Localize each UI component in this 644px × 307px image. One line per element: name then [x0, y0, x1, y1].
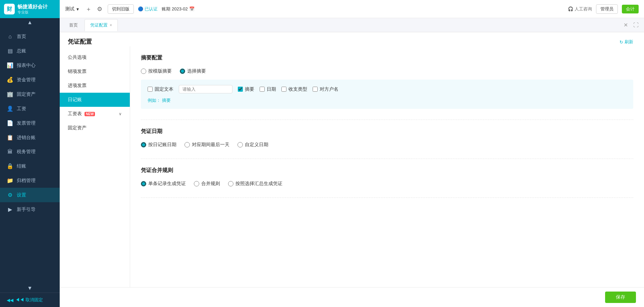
sidebar-item-label: 总账 — [17, 48, 26, 54]
sidebar-nav: ⌂ 首页 ▤ 总账 📊 报表中心 💰 资金管理 🏢 固定资产 👤 工资 📄 发票… — [0, 27, 60, 284]
counterpart-checkbox[interactable] — [313, 87, 318, 92]
sidebar-item-label: 首页 — [17, 34, 26, 40]
merge-radio-select[interactable]: 按照选择汇总生成凭证 — [228, 181, 282, 187]
sidebar-item-close[interactable]: 🔒 结账 — [0, 159, 60, 173]
pin-icon: ◀◀ — [7, 298, 13, 303]
sidebar-item-ledger[interactable]: ▤ 总账 — [0, 44, 60, 58]
date-radio-group: 按日记账日期 对应期间最后一天 自定义日期 — [141, 142, 633, 148]
sidebar-item-archive[interactable]: 📁 归档管理 — [0, 173, 60, 188]
fullscreen-button[interactable]: ⛶ — [632, 21, 640, 30]
summary-radio-template[interactable]: 按模版摘要 — [141, 68, 172, 74]
cancel-pin-button[interactable]: ◀◀ ◀◀ 取消固定 — [0, 293, 60, 307]
sidebar-item-payroll[interactable]: 👤 工资 — [0, 101, 60, 116]
settings-icon: ⚙ — [7, 192, 13, 198]
merge-rule-radio[interactable] — [194, 181, 199, 186]
sidebar-item-label: 报表中心 — [17, 62, 36, 69]
summary-checkbox-item[interactable]: 摘要 — [238, 86, 254, 92]
period-display: 账期 2023-02 📅 — [162, 6, 195, 12]
sidebar-item-label: 工资 — [17, 106, 26, 112]
left-nav-sales-invoice[interactable]: 销项发票 — [60, 64, 130, 79]
date-radio-period-last[interactable]: 对应期间最后一天 — [184, 142, 229, 148]
tab-voucher-config[interactable]: 凭证配置 × — [85, 19, 118, 31]
date-diary-radio[interactable] — [141, 142, 146, 147]
merge-radio-rule[interactable]: 合并规则 — [194, 181, 220, 187]
left-nav-purchase-invoice[interactable]: 进项发票 — [60, 79, 130, 93]
logo-icon: 财 — [4, 4, 15, 14]
app-logo: 财 畅捷通好会计 专业版 — [0, 0, 60, 18]
left-nav-public[interactable]: 公共选项 — [60, 50, 130, 64]
tab-close-icon[interactable]: × — [110, 23, 112, 27]
summary-select-label: 选择摘要 — [187, 68, 206, 74]
sidebar-scroll-up[interactable]: ▲ — [0, 18, 60, 27]
merge-radio-group: 单条记录生成凭证 合并规则 按照选择汇总生成凭证 — [141, 181, 633, 187]
merge-section-title: 凭证合并规则 — [141, 167, 633, 174]
sidebar-item-tax[interactable]: 🏛 税务管理 — [0, 145, 60, 159]
headset-icon: 🎧 — [568, 6, 573, 11]
merge-single-radio[interactable] — [141, 181, 146, 186]
date-checkbox[interactable] — [260, 87, 265, 92]
left-nav-fixed-assets[interactable]: 固定资产 — [60, 121, 130, 135]
summary-radio-select[interactable]: 选择摘要 — [180, 68, 206, 74]
company-name: 测试 — [65, 6, 74, 12]
date-radio-custom[interactable]: 自定义日期 — [237, 142, 268, 148]
summary-template-radio[interactable] — [141, 69, 146, 74]
company-selector[interactable]: 测试 ▾ — [65, 6, 79, 12]
sidebar: 财 畅捷通好会计 专业版 ▲ ⌂ 首页 ▤ 总账 📊 报表中心 💰 资金管理 🏢… — [0, 0, 60, 307]
date-custom-label: 自定义日期 — [245, 142, 268, 148]
date-checkbox-item[interactable]: 日期 — [260, 86, 276, 92]
sidebar-item-guide[interactable]: ▶ 新手引导 — [0, 202, 60, 217]
sidebar-item-invoice[interactable]: 📄 发票管理 — [0, 116, 60, 130]
archive-icon: 📁 — [7, 177, 13, 184]
summary-checkbox[interactable] — [238, 87, 243, 92]
summary-checkbox-row: 固定文本 摘要 日期 — [148, 85, 627, 93]
payment-type-checkbox-item[interactable]: 收支类型 — [281, 86, 307, 92]
tab-home[interactable]: 首页 — [64, 19, 83, 31]
date-period-radio[interactable] — [184, 142, 190, 147]
settings-button[interactable]: ⚙ — [96, 4, 104, 14]
guide-icon: ▶ — [7, 206, 13, 213]
date-radio-diary[interactable]: 按日记账日期 — [141, 142, 176, 148]
funds-icon: 💰 — [7, 77, 13, 83]
sidebar-item-report[interactable]: 📊 报表中心 — [0, 58, 60, 73]
fixed-text-input[interactable] — [179, 85, 232, 93]
counterpart-label: 对方户名 — [320, 86, 338, 92]
left-nav-diary[interactable]: 日记账 — [60, 93, 130, 107]
sidebar-item-funds[interactable]: 💰 资金管理 — [0, 73, 60, 87]
switch-version-button[interactable]: 切到旧版 — [108, 4, 134, 14]
date-custom-radio[interactable] — [237, 142, 243, 147]
add-button[interactable]: ＋ — [84, 4, 93, 14]
tab-home-label: 首页 — [69, 22, 78, 28]
summary-select-radio[interactable] — [180, 69, 185, 74]
sidebar-item-sales[interactable]: 📋 进销台账 — [0, 130, 60, 145]
date-section-title: 凭证日期 — [141, 128, 633, 135]
date-period-label: 对应期间最后一天 — [192, 142, 229, 148]
assets-icon: 🏢 — [7, 91, 13, 97]
consult-button[interactable]: 🎧 人工咨询 — [568, 6, 592, 12]
user-button[interactable]: 管理员 — [596, 4, 618, 14]
fixed-text-checkbox-item[interactable]: 固定文本 — [148, 86, 173, 92]
summary-section: 摘要配置 按模版摘要 选择摘要 — [141, 54, 633, 109]
date-label: 日期 — [267, 86, 276, 92]
company-dropdown-icon: ▾ — [76, 6, 79, 12]
right-content: 摘要配置 按模版摘要 选择摘要 — [130, 46, 644, 287]
sidebar-item-home[interactable]: ⌂ 首页 — [0, 30, 60, 44]
merge-radio-single[interactable]: 单条记录生成凭证 — [141, 181, 186, 187]
payment-type-label: 收支类型 — [288, 86, 307, 92]
sidebar-item-label: 固定资产 — [17, 91, 36, 97]
fixed-text-checkbox[interactable] — [148, 87, 153, 92]
sidebar-scroll-down[interactable]: ▼ — [0, 284, 60, 293]
sidebar-item-assets[interactable]: 🏢 固定资产 — [0, 87, 60, 101]
window-close-button[interactable]: ✕ — [622, 20, 629, 30]
sidebar-item-label: 税务管理 — [17, 149, 36, 155]
sidebar-item-settings[interactable]: ⚙ 设置 — [0, 188, 60, 202]
summary-checkbox-area: 固定文本 摘要 日期 — [141, 80, 633, 109]
counterpart-checkbox-item[interactable]: 对方户名 — [313, 86, 338, 92]
sidebar-item-label: 归档管理 — [17, 178, 36, 184]
merge-select-radio[interactable] — [228, 181, 233, 186]
role-button[interactable]: 会计 — [622, 5, 639, 13]
save-button[interactable]: 保存 — [605, 292, 636, 303]
refresh-button[interactable]: ↻ 刷新 — [617, 38, 636, 46]
merge-section: 凭证合并规则 单条记录生成凭证 合并规则 按照选择汇总生成凭证 — [141, 167, 633, 187]
payment-type-checkbox[interactable] — [281, 87, 286, 92]
left-nav-payroll-table[interactable]: 工资表 NEW ∨ — [60, 107, 130, 121]
